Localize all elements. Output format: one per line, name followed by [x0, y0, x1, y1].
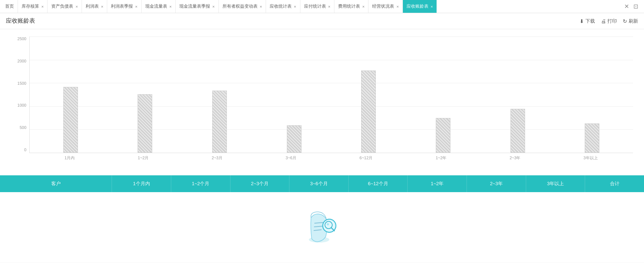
tab-ar-aging-close[interactable]: × — [431, 4, 433, 9]
bar-group-2 — [212, 91, 227, 153]
tab-home[interactable]: 首页 — [1, 0, 18, 13]
tab-ar-stats[interactable]: 应收统计表 × — [266, 0, 300, 13]
print-icon: 🖨 — [601, 18, 606, 24]
bar-4 — [361, 70, 376, 153]
table-header-2: 1~2个月 — [171, 175, 231, 192]
tab-ar-aging[interactable]: 应收账龄表 × — [403, 0, 437, 13]
tab-inventory[interactable]: 库存核算 × — [18, 0, 48, 13]
tab-ap-stats-close[interactable]: × — [328, 4, 330, 9]
bar-6 — [510, 109, 525, 153]
tab-ar-aging-label: 应收账龄表 — [407, 3, 428, 9]
y-label-2500a: 2500 — [18, 37, 26, 41]
chart-x-labels: 1月内1~2月2~3月3~6月6~12月1~2年2~3年3年以上 — [29, 153, 633, 161]
x-label-5: 1~2年 — [436, 155, 447, 161]
y-label-1500: 1500 — [18, 81, 26, 85]
tab-profit-quarterly-label: 利润表季报 — [111, 3, 133, 9]
tab-cashflow-label: 现金流量表 — [145, 3, 167, 9]
refresh-icon: ↻ — [623, 18, 627, 24]
x-label-1: 1~2月 — [138, 155, 149, 161]
tab-equity-label: 所有者权益变动表 — [222, 3, 258, 9]
chart-container: 2500 2000 1500 1000 500 0 — [11, 37, 633, 161]
empty-icon — [300, 207, 344, 248]
bar-3 — [287, 125, 302, 153]
table-header-4: 3~6个月 — [289, 175, 349, 192]
table-header-1: 1个月内 — [112, 175, 171, 192]
tab-expense-stats-close[interactable]: × — [362, 4, 364, 9]
chart-area: 2500 2000 1500 1000 500 0 — [0, 29, 644, 175]
download-icon: ⬇ — [580, 18, 584, 24]
y-label-0: 0 — [24, 148, 26, 152]
table-header-8: 3年以上 — [526, 175, 585, 192]
y-label-500: 500 — [20, 125, 26, 130]
tab-equity[interactable]: 所有者权益变动表 × — [219, 0, 266, 13]
bar-group-7 — [585, 123, 599, 153]
bar-0 — [63, 87, 78, 153]
tab-profit-close[interactable]: × — [101, 4, 103, 9]
bar-group-3 — [287, 125, 302, 153]
tab-home-label: 首页 — [5, 3, 14, 9]
tab-balance-close[interactable]: × — [75, 4, 78, 9]
tab-bar: 首页 库存核算 × 资产负债表 × 利润表 × 利润表季报 × 现金流量表 × … — [0, 0, 644, 13]
window-maximize-icon[interactable]: ⊡ — [632, 2, 640, 11]
tab-cashflow-quarterly-close[interactable]: × — [212, 4, 214, 9]
bar-2 — [212, 91, 227, 153]
header-actions: ⬇ 下载 🖨 打印 ↻ 刷新 — [580, 18, 638, 24]
tab-ap-stats[interactable]: 应付统计表 × — [300, 0, 334, 13]
tab-balance[interactable]: 资产负债表 × — [48, 0, 82, 13]
bar-group-6 — [510, 109, 525, 153]
table-header-7: 2~3年 — [467, 175, 526, 192]
bar-7 — [585, 123, 599, 153]
x-label-4: 6~12月 — [360, 155, 373, 161]
refresh-label: 刷新 — [629, 18, 638, 24]
tab-operations-label: 经营状况表 — [372, 3, 394, 9]
bar-group-4 — [361, 70, 376, 153]
x-label-2: 2~3月 — [212, 155, 223, 161]
tab-cashflow-close[interactable]: × — [169, 4, 172, 9]
x-label-0: 1月内 — [64, 155, 75, 161]
tab-ar-stats-close[interactable]: × — [294, 4, 296, 9]
tab-inventory-label: 库存核算 — [22, 3, 39, 9]
bar-5 — [436, 118, 450, 153]
x-label-7: 3年以上 — [584, 155, 598, 161]
tab-profit-label: 利润表 — [86, 3, 99, 9]
tab-expense-stats-label: 费用统计表 — [338, 3, 360, 9]
tab-operations-close[interactable]: × — [396, 4, 398, 9]
print-label: 打印 — [607, 18, 617, 24]
tab-equity-close[interactable]: × — [260, 4, 262, 9]
tab-inventory-close[interactable]: × — [41, 4, 44, 9]
y-label-1000: 1000 — [18, 103, 26, 107]
table-header-9: 合计 — [585, 175, 644, 192]
chart-grid — [29, 37, 633, 153]
tab-operations[interactable]: 经营状况表 × — [368, 0, 402, 13]
tab-balance-label: 资产负债表 — [51, 3, 73, 9]
chart-y-axis: 2500 2000 1500 1000 500 0 — [11, 37, 29, 161]
refresh-button[interactable]: ↻ 刷新 — [623, 18, 638, 24]
bar-group-0 — [63, 87, 78, 153]
tab-expense-stats[interactable]: 费用统计表 × — [334, 0, 368, 13]
chart-body: 1月内1~2月2~3月3~6月6~12月1~2年2~3年3年以上 — [29, 37, 633, 161]
tab-profit-quarterly[interactable]: 利润表季报 × — [107, 0, 141, 13]
download-button[interactable]: ⬇ 下载 — [580, 18, 595, 24]
svg-point-7 — [327, 223, 329, 225]
tab-cashflow[interactable]: 现金流量表 × — [142, 0, 176, 13]
page-header: 应收账龄表 ⬇ 下载 🖨 打印 ↻ 刷新 — [0, 13, 644, 29]
y-label-2000: 2000 — [18, 59, 26, 63]
bar-group-1 — [138, 94, 152, 153]
download-label: 下载 — [585, 18, 595, 24]
tab-bar-inner: 首页 库存核算 × 资产负债表 × 利润表 × 利润表季报 × 现金流量表 × … — [1, 0, 620, 13]
print-button[interactable]: 🖨 打印 — [601, 18, 617, 24]
tab-profit-quarterly-close[interactable]: × — [135, 4, 137, 9]
page-title: 应收账龄表 — [6, 17, 35, 25]
bar-group-5 — [436, 118, 450, 153]
bar-1 — [138, 94, 152, 153]
table-header-6: 1~2年 — [408, 175, 467, 192]
table-header-3: 2~3个月 — [231, 175, 290, 192]
table-header-0: 客户 — [0, 175, 112, 192]
window-close-icon[interactable]: ✕ — [623, 2, 630, 11]
tab-ap-stats-label: 应付统计表 — [304, 3, 326, 9]
bars-row — [30, 37, 633, 153]
x-label-3: 3~6月 — [286, 155, 297, 161]
tab-cashflow-quarterly[interactable]: 现金流量表季报 × — [176, 0, 218, 13]
tab-profit[interactable]: 利润表 × — [82, 0, 107, 13]
tab-cashflow-quarterly-label: 现金流量表季报 — [179, 3, 210, 9]
